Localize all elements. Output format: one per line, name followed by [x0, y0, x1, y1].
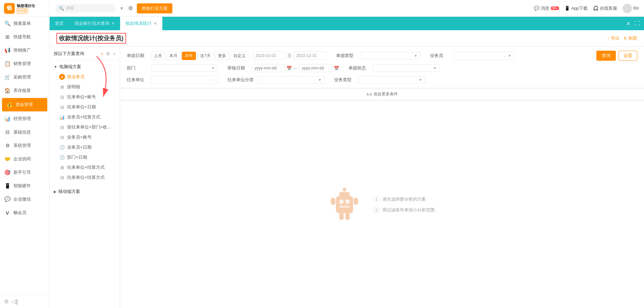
close-all-icon[interactable]: ✕: [626, 20, 631, 27]
refresh-btn[interactable]: ↻ 刷新: [624, 35, 637, 41]
left-panel-actions: + ⚙ «: [101, 51, 116, 56]
setting-btn[interactable]: 设置: [619, 51, 637, 61]
tree-item-salesperson[interactable]: ● 按业务员: [50, 72, 120, 82]
date-btn-more[interactable]: 更多: [215, 52, 229, 60]
sidebar-item-member[interactable]: V 畅会员: [0, 206, 49, 219]
sidebar-item-weixin[interactable]: 💬 企业微信: [0, 193, 49, 206]
app-download-icon: 📱: [565, 6, 570, 11]
item-icon-dd: 🕐: [59, 154, 65, 160]
date-btn-7days[interactable]: 近7天: [197, 52, 214, 60]
empty-step-2: 2 用过滤条件来缩小分析范围: [373, 207, 435, 213]
counterpart-category-select[interactable]: ▼: [258, 76, 325, 84]
collapse-more-btn[interactable]: ∧∧ 收起更多条件: [366, 91, 398, 97]
doc-type-select[interactable]: ▼: [360, 52, 421, 59]
audit-date-icon-right[interactable]: 📅: [334, 66, 339, 71]
collapse-bar: ∧∧ 收起更多条件: [120, 88, 644, 100]
tree-item-sales-account[interactable]: ⊟ 业务员+账号: [50, 132, 120, 142]
dept-select[interactable]: ▼: [151, 64, 218, 72]
audit-date-icon-left[interactable]: 📅: [286, 66, 292, 71]
counterpart-extra-icon[interactable]: ···: [210, 77, 214, 82]
sidebar-item-finance[interactable]: 💰 资金管理: [2, 98, 47, 111]
tree-item-partner-settlement1[interactable]: ⊞ 往来单位+结算方式: [50, 162, 120, 172]
sidebar-item-quicknav[interactable]: ⊞ 快捷导航: [0, 30, 49, 44]
date-btn-custom[interactable]: 自定义: [230, 52, 249, 60]
collapse-panel-btn[interactable]: «: [113, 51, 116, 56]
sidebar-item-inventory[interactable]: 🏠 库存核算: [0, 84, 49, 97]
basic-info-icon: ⊟: [4, 129, 11, 136]
tree-item-detail[interactable]: ⊞ 按明细: [50, 82, 120, 92]
date-btn-lastmonth[interactable]: 上月: [151, 52, 165, 60]
salesperson-label: 业务员: [430, 53, 450, 59]
sidebar-item-operations[interactable]: 📊 经营管理: [0, 112, 49, 125]
date-from-input[interactable]: [253, 52, 286, 60]
topbar-search-box[interactable]: 🔍 搜索: [55, 4, 115, 12]
audit-date-dash: —: [293, 66, 298, 71]
page-header: 收款情况统计(按业务员) ↑ 导出 ↻ 刷新: [50, 30, 644, 47]
business-type-label: 业务类型: [334, 77, 354, 83]
sidebar-item-marketing[interactable]: 📢 营销推广: [0, 44, 49, 57]
tab-home[interactable]: 首页: [50, 17, 69, 30]
business-type-arrow-icon: ▼: [419, 78, 422, 82]
sidebar-item-search[interactable]: 🔍 搜索菜单: [0, 17, 49, 30]
tab-collection-stats[interactable]: 收款情况统计 ✕: [120, 17, 162, 30]
tab-bank-flow[interactable]: 现金银行流水查询 ✕: [69, 17, 120, 30]
business-type-select[interactable]: ▼: [358, 76, 425, 84]
doc-status-select[interactable]: ▼: [373, 64, 440, 72]
quicknav-icon: ⊞: [4, 34, 11, 40]
sidebar-item-sales[interactable]: 📋 销售管理: [0, 57, 49, 70]
query-btn[interactable]: 查询: [596, 51, 616, 61]
sidebar-item-collaboration[interactable]: 🤝 企业协同: [0, 152, 49, 166]
tree-item-sales-date[interactable]: 🕐 业务员+日期: [50, 142, 120, 152]
sidebar-item-system[interactable]: ⚙ 系统管理: [0, 139, 49, 152]
user-profile[interactable]: Rit: [623, 4, 639, 13]
date-to-input[interactable]: [293, 52, 327, 60]
sidebar-item-basic-info[interactable]: ⊟ 基础信息: [0, 125, 49, 139]
export-btn[interactable]: ↑ 导出: [607, 35, 620, 41]
collapse-icon: ∧∧: [366, 92, 372, 97]
tree-desktop-header[interactable]: ▼ 电脑端方案: [50, 62, 120, 72]
audit-date-from-input[interactable]: [252, 64, 285, 72]
export-icon: ↑: [607, 36, 610, 41]
tree-item-partner-date[interactable]: ⊟ 往来单位+日期: [50, 102, 120, 112]
svg-rect-5: [331, 198, 335, 205]
tree-item-partner-settlement2[interactable]: ⊟ 往来单位+结算方式: [50, 172, 120, 183]
salesperson-select[interactable]: ··· ▼: [454, 52, 515, 60]
date-btn-thismonth[interactable]: 本月: [166, 52, 180, 60]
collapse-footer-icon[interactable]: ◁‖: [11, 298, 18, 305]
tree-arrow-mobile: ▶: [54, 190, 56, 194]
add-scheme-btn[interactable]: +: [101, 51, 103, 56]
tab-close-collection[interactable]: ✕: [154, 21, 157, 26]
audit-date-to-input[interactable]: [299, 64, 332, 72]
svg-rect-9: [339, 192, 350, 197]
date-btn-thisyear[interactable]: 本年: [182, 52, 196, 60]
doc-type-arrow-icon: ▼: [414, 54, 418, 58]
page-content: 收款情况统计(按业务员) ↑ 导出 ↻ 刷新 按以下方案查询 +: [50, 30, 644, 308]
app-download-btn[interactable]: 📱 App下载: [565, 5, 588, 11]
sidebar-footer: ⚙ ◁‖: [0, 295, 49, 308]
tree-arrow-desktop: ▼: [54, 65, 57, 69]
sidebar-item-hardware[interactable]: 📱 智能硬件: [0, 179, 49, 193]
sidebar-item-purchase[interactable]: 🛒 采购管理: [0, 70, 49, 84]
message-btn[interactable]: 💬 消息 99+: [534, 5, 559, 11]
maximize-icon[interactable]: ⛶: [635, 20, 640, 27]
scheme-settings-btn[interactable]: ⚙: [106, 51, 110, 56]
tree-item-dept-date[interactable]: 🕐 部门+日期: [50, 152, 120, 162]
tab-close-bank[interactable]: ✕: [111, 21, 115, 26]
tree-mobile-header[interactable]: ▶ 移动端方案: [50, 187, 120, 197]
doc-status-arrow-icon: ▼: [433, 66, 437, 70]
tree-item-partner-dept[interactable]: ⊟ 按往来单位+部门+收...: [50, 122, 120, 132]
filter-area: 单据日期 上月 本月 本年 近7天 更多 自定义 至: [120, 47, 644, 88]
doc-type-label: 单据类型: [336, 53, 356, 59]
empty-area: 1 请先选择要分析的方案 2 用过滤条件来缩小分析范围: [120, 101, 644, 308]
topbar-gear-icon[interactable]: ⚙: [128, 5, 133, 11]
tree-item-partner-account[interactable]: ⊟ 往来单位+账号: [50, 92, 120, 102]
trial-btn[interactable]: 体验行业方案: [137, 3, 172, 13]
tree-item-sales-settlement[interactable]: 📊 业务员+结算方式: [50, 112, 120, 122]
salesperson-extra-icon[interactable]: ···: [503, 53, 506, 58]
topbar-dropdown-icon[interactable]: ▼: [119, 6, 124, 11]
sidebar-item-guide[interactable]: 🎯 新手引导: [0, 166, 49, 179]
sidebar: 畅 畅捷通好生 标准版 🔍 搜索菜单 ⊞ 快捷导航 📢 营销推广 📋 销售管理 …: [0, 0, 50, 308]
counterpart-select[interactable]: ···: [151, 75, 218, 84]
settings-footer-icon[interactable]: ⚙: [4, 298, 9, 305]
online-service-btn[interactable]: 🎧 在线客服: [593, 5, 617, 11]
